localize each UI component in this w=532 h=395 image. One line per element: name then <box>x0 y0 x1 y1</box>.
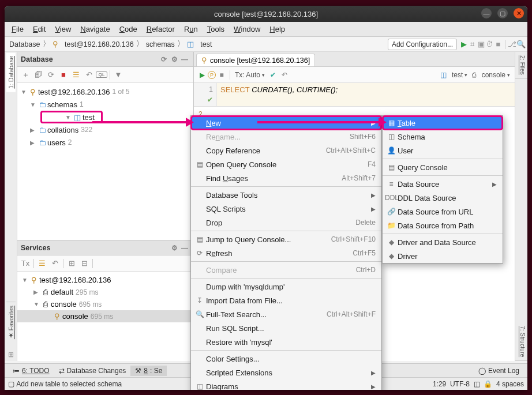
svc-console-leaf[interactable]: ⚲ console 695 ms <box>17 310 193 322</box>
menu-item-run-sql-script[interactable]: Run SQL Script... <box>191 321 381 335</box>
console-icon[interactable]: QL <box>96 72 107 78</box>
menu-item-schema[interactable]: ◫Schema <box>383 130 503 144</box>
lock-icon[interactable]: 🔒 <box>484 380 492 388</box>
indent[interactable]: 4 spaces <box>496 380 524 388</box>
hide-icon[interactable]: — <box>179 244 190 252</box>
caret-position[interactable]: 1:29 <box>433 380 446 388</box>
tab-services[interactable]: ⚒ 8: Se <box>130 366 167 376</box>
menu-item-dump-with-mysqldump[interactable]: Dump with 'mysqldump' <box>191 280 381 294</box>
menu-item-ddl-data-source[interactable]: DDLDDL Data Source <box>383 191 503 205</box>
settings-icon[interactable]: ⚙ <box>169 55 179 63</box>
menu-item-restore-with-mysql[interactable]: Restore with 'mysql' <box>191 335 381 349</box>
menu-item-driver-and-data-source[interactable]: ◆Driver and Data Source <box>383 235 503 249</box>
tab-db-changes[interactable]: ⇄ Database Changes <box>54 366 131 376</box>
tree-root[interactable]: ▼⚲ test@192.168.20.136 1 of 5 <box>17 85 193 98</box>
explain-icon[interactable]: P <box>208 71 216 79</box>
menu-item-copy-reference[interactable]: Copy ReferenceCtrl+Alt+Shift+C <box>191 144 381 157</box>
rollback-icon[interactable]: ↶ <box>279 71 290 79</box>
add-configuration-button[interactable]: Add Configuration... <box>388 39 457 50</box>
filter-icon[interactable]: ▼ <box>113 70 124 79</box>
menu-edit[interactable]: Edit <box>28 23 50 35</box>
menu-view[interactable]: View <box>50 23 76 35</box>
svc-console-group[interactable]: ▼⎙ console 695 ms <box>17 298 193 310</box>
window-close-button[interactable]: ✕ <box>514 8 524 18</box>
menu-code[interactable]: Code <box>115 23 142 35</box>
menu-item-jump-to-query-console[interactable]: ▤Jump to Query Console...Ctrl+Shift+F10 <box>191 232 381 246</box>
menu-item-sql-scripts[interactable]: SQL Scripts▶ <box>191 202 381 216</box>
svc-icon[interactable]: ☰ <box>36 259 48 268</box>
rail-tab-database[interactable]: 1: Database <box>6 52 16 92</box>
menu-help[interactable]: Help <box>265 23 290 35</box>
menu-window[interactable]: Window <box>229 23 265 35</box>
svc-expand-icon[interactable]: ⊞ <box>66 259 77 268</box>
coverage-icon[interactable]: ▣ <box>477 40 485 48</box>
crumb-schema[interactable]: ◫ test <box>185 40 215 48</box>
menu-item-scripted-extensions[interactable]: Scripted Extensions▶ <box>191 366 381 379</box>
menu-item-find-usages[interactable]: Find UsagesAlt+Shift+7 <box>191 171 381 185</box>
menu-item-data-source-from-url[interactable]: 🔗Data Source from URL <box>383 205 503 219</box>
menu-item-database-tools[interactable]: Database Tools▶ <box>191 188 381 202</box>
duplicate-icon[interactable]: 🗐 <box>32 70 44 79</box>
tree-schemas[interactable]: ▼🗀 schemas 1 <box>17 98 193 111</box>
crumb-connection[interactable]: ⚲ test@192.168.20.136 <box>50 40 136 48</box>
menu-item-table[interactable]: ▦Table <box>383 116 503 130</box>
menu-item-driver[interactable]: ◆Driver <box>383 249 503 263</box>
crumb-root[interactable]: Database <box>7 40 43 48</box>
tx-icon[interactable]: ☰ <box>70 70 82 79</box>
crumb-schemas[interactable]: schemas <box>144 40 177 48</box>
refresh-icon[interactable]: ⟳ <box>159 55 169 63</box>
rollback-icon[interactable]: ↶ <box>83 70 95 79</box>
menu-item-full-text-search[interactable]: 🔍Full-Text Search...Ctrl+Alt+Shift+F <box>191 307 381 321</box>
menu-tools[interactable]: Tools <box>203 23 229 35</box>
encoding[interactable]: UTF-8 <box>450 380 470 388</box>
stop-icon[interactable]: ■ <box>58 70 69 79</box>
search-icon[interactable]: 🔍 <box>516 40 525 48</box>
svc-default[interactable]: ▶⎙ default 295 ms <box>17 286 193 298</box>
stop-icon[interactable]: ■ <box>216 71 227 79</box>
rail-tab-favorites[interactable]: ★ Favorites <box>6 302 16 343</box>
menu-refactor[interactable]: Refactor <box>142 23 179 35</box>
editor-tab-console[interactable]: ⚲ console [test@192.168.20.136] <box>196 54 315 66</box>
menu-item-color-settings[interactable]: Color Settings... <box>191 352 381 366</box>
add-icon[interactable]: ＋ <box>20 70 31 80</box>
settings-icon[interactable]: ⚙ <box>169 244 179 252</box>
debug-icon[interactable]: ⌗ <box>468 40 477 49</box>
svc-collapse-icon[interactable]: ⊟ <box>78 259 90 268</box>
menu-run[interactable]: Run <box>179 23 203 35</box>
menu-item-drop[interactable]: DropDelete <box>191 216 381 230</box>
sync-icon[interactable]: ⟳ <box>45 70 57 79</box>
menu-file[interactable]: File <box>7 23 28 35</box>
schema-select[interactable]: ◫ test ▾ <box>438 70 470 80</box>
console-select[interactable]: ⎙ console ▾ <box>470 70 512 80</box>
stop-icon[interactable]: ■ <box>494 40 503 48</box>
commit-icon[interactable]: ✔ <box>267 71 279 79</box>
menu-item-import-data-from-file[interactable]: ↧Import Data from File... <box>191 294 381 307</box>
menu-item-user[interactable]: 👤User <box>383 144 503 157</box>
rail-tab-structure[interactable]: 7: Structure <box>515 322 527 361</box>
menu-item-data-source[interactable]: ≡Data Source▶ <box>383 177 503 191</box>
structure-icon[interactable]: ⊞ <box>8 348 14 361</box>
window-minimize-button[interactable]: — <box>481 8 492 18</box>
tree-users[interactable]: ▶🗀 users 2 <box>17 136 193 149</box>
menu-navigate[interactable]: Navigate <box>76 23 114 35</box>
window-maximize-button[interactable]: ▢ <box>497 8 508 18</box>
execute-icon[interactable]: ▶ <box>196 71 208 79</box>
tx-mode-select[interactable]: Tx: Auto ▾ <box>233 70 267 80</box>
menu-item-open-query-console[interactable]: ▤Open Query ConsoleF4 <box>191 157 381 171</box>
menu-item-diagrams[interactable]: ◫Diagrams▶ <box>191 379 381 390</box>
hide-icon[interactable]: — <box>179 55 190 63</box>
profile-icon[interactable]: ⏱ <box>485 40 494 48</box>
rail-tab-files[interactable]: 2: Files <box>515 52 527 79</box>
git-icon[interactable]: ⎇ <box>508 40 516 48</box>
tab-todo[interactable]: ≔ 6: TODO <box>8 366 54 376</box>
svc-root[interactable]: ▼⚲ test@192.168.20.136 <box>17 274 193 286</box>
code-editor[interactable]: 1 ✔ SELECT CURDATE(), CURTIME(); <box>194 83 515 106</box>
schema-icon[interactable]: ◫ <box>474 380 480 388</box>
menu-item-refresh[interactable]: ⟳RefreshCtrl+F5 <box>191 246 381 260</box>
menu-item-query-console[interactable]: ▤Query Console <box>383 160 503 174</box>
menu-item-data-source-from-path[interactable]: 📁Data Source from Path <box>383 219 503 232</box>
tree-collations[interactable]: ▶🗀 collations 322 <box>17 123 193 136</box>
tab-event-log[interactable]: ◯ Event Log <box>474 366 524 376</box>
svc-rollback-icon[interactable]: ↶ <box>49 259 61 268</box>
run-icon[interactable]: ▶ <box>459 40 468 48</box>
